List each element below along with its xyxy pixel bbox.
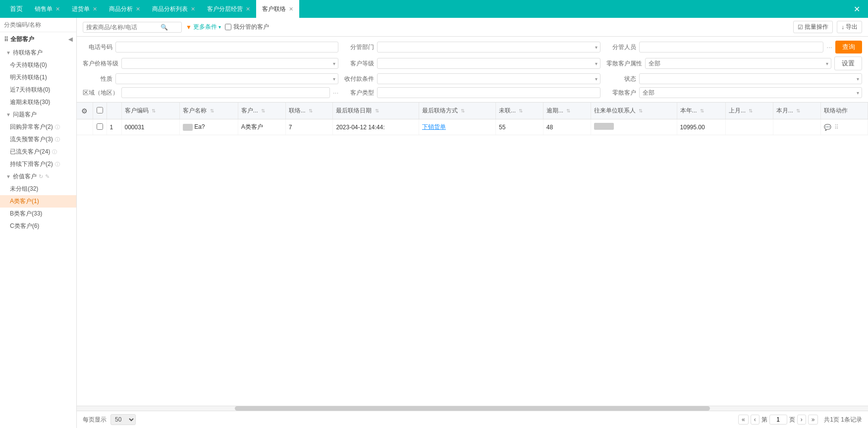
table-header-row: ⚙ 客户编码 ⇅ 客户名称 ⇅ bbox=[77, 103, 868, 119]
th-last-month[interactable]: 上月... ⇅ bbox=[726, 103, 773, 119]
page-size-label: 每页显示 bbox=[83, 416, 107, 424]
last-page-button[interactable]: » bbox=[808, 415, 818, 425]
filter-manager: 分管人员 ··· 查询 bbox=[606, 41, 862, 54]
th-unit-contact[interactable]: 往来单位联系人 ⇅ bbox=[591, 103, 677, 119]
sort-this-year[interactable]: ⇅ bbox=[700, 108, 704, 113]
collapse-icon[interactable]: ◀ bbox=[68, 36, 72, 43]
nav-tab-customer-tier[interactable]: 客户分层经营 ✕ bbox=[201, 0, 256, 18]
next-page-button[interactable]: › bbox=[797, 415, 806, 425]
dept-select[interactable] bbox=[377, 42, 600, 53]
batch-op-button[interactable]: ☑ 批量操作 bbox=[793, 21, 833, 33]
dept-select-wrapper: ▾ bbox=[377, 42, 600, 53]
sort-code[interactable]: ⇅ bbox=[152, 108, 156, 113]
my-customers-checkbox[interactable] bbox=[225, 24, 231, 30]
sidebar-group-pending[interactable]: ▼ 待联络客户 bbox=[0, 47, 76, 59]
nav-tab-sales[interactable]: 销售单 ✕ bbox=[29, 0, 66, 18]
action-more-icon[interactable]: ⠿ bbox=[834, 124, 839, 131]
th-overdue[interactable]: 逾期... ⇅ bbox=[543, 103, 591, 119]
th-this-year[interactable]: 本年... ⇅ bbox=[677, 103, 725, 119]
th-contact[interactable]: 联络... ⇅ bbox=[285, 103, 333, 119]
sidebar-item-a-class[interactable]: A类客户(1) bbox=[0, 195, 76, 208]
close-tier-tab[interactable]: ✕ bbox=[246, 6, 250, 12]
search-icon[interactable]: 🔍 bbox=[161, 24, 168, 31]
page-number-input[interactable] bbox=[769, 415, 787, 425]
th-code[interactable]: 客户编码 ⇅ bbox=[121, 103, 180, 119]
close-contact-tab[interactable]: ✕ bbox=[289, 6, 293, 12]
more-conditions-button[interactable]: ▼ 更多条件 ▾ bbox=[186, 23, 221, 31]
action-chat-icon[interactable]: 💬 bbox=[824, 124, 831, 131]
sort-unit-contact[interactable]: ⇅ bbox=[639, 108, 643, 113]
sidebar-group-problem[interactable]: ▼ 问题客户 bbox=[0, 108, 76, 121]
th-last-date[interactable]: 最后联络日期 ⇅ bbox=[333, 103, 419, 119]
sidebar-group-value[interactable]: ▼ 价值客户 ↻ ✎ bbox=[0, 170, 76, 183]
sidebar-item-churned[interactable]: 已流失客户(24) ⓘ bbox=[0, 146, 76, 158]
export-button[interactable]: ↓ 导出 bbox=[837, 21, 862, 33]
price-level-select[interactable] bbox=[121, 58, 338, 69]
sidebar-item-c-class[interactable]: C类客户(6) bbox=[0, 220, 76, 232]
close-purchase-tab[interactable]: ✕ bbox=[93, 6, 97, 12]
region-input[interactable] bbox=[121, 87, 330, 98]
sidebar-item-overdue[interactable]: 逾期未联络(30) bbox=[0, 96, 76, 108]
sidebar-item-repurchase-abnormal[interactable]: 回购异常客户(2) ⓘ bbox=[0, 121, 76, 133]
sidebar-search-input[interactable] bbox=[4, 21, 77, 28]
nature-select[interactable] bbox=[115, 73, 338, 84]
close-analysis-tab[interactable]: ✕ bbox=[136, 6, 140, 12]
region-dots[interactable]: ··· bbox=[333, 89, 339, 97]
th-this-month[interactable]: 本月... ⇅ bbox=[773, 103, 820, 119]
page-size-select[interactable]: 50 10 20 100 bbox=[110, 414, 136, 425]
sidebar-item-churn-warning[interactable]: 流失预警客户(3) ⓘ bbox=[0, 133, 76, 146]
nav-home[interactable]: 首页 bbox=[4, 4, 29, 13]
price-level-label: 客户价格等级 bbox=[83, 59, 118, 68]
window-close-button[interactable]: ✕ bbox=[850, 4, 864, 14]
th-type[interactable]: 客户... ⇅ bbox=[238, 103, 285, 119]
customer-level-select[interactable] bbox=[377, 58, 600, 69]
sort-this-month[interactable]: ⇅ bbox=[796, 108, 800, 113]
close-sales-tab[interactable]: ✕ bbox=[55, 6, 60, 12]
prev-page-button[interactable]: ‹ bbox=[751, 415, 760, 425]
sort-contact[interactable]: ⇅ bbox=[309, 108, 313, 113]
th-last-method[interactable]: 最后联络方式 ⇅ bbox=[419, 103, 495, 119]
setting-button[interactable]: 设置 bbox=[834, 56, 862, 70]
query-button[interactable]: 查询 bbox=[835, 41, 862, 54]
sort-last-method[interactable]: ⇅ bbox=[461, 108, 465, 113]
manager-dots[interactable]: ··· bbox=[826, 43, 832, 51]
sort-type[interactable]: ⇅ bbox=[261, 108, 265, 113]
nav-tab-purchase[interactable]: 进货单 ✕ bbox=[66, 0, 103, 18]
th-name[interactable]: 客户名称 ⇅ bbox=[180, 103, 238, 119]
payment-select[interactable] bbox=[377, 73, 600, 84]
close-analysis-list-tab[interactable]: ✕ bbox=[191, 6, 195, 12]
edit-icon[interactable]: ✎ bbox=[45, 173, 50, 180]
sidebar-item-tomorrow[interactable]: 明天待联络(1) bbox=[0, 71, 76, 84]
customer-type-input[interactable] bbox=[377, 87, 600, 98]
sidebar-item-no-group[interactable]: 未分组(32) bbox=[0, 183, 76, 195]
nav-tab-customer-contact[interactable]: 客户联络 ✕ bbox=[256, 0, 299, 18]
sort-name[interactable]: ⇅ bbox=[210, 108, 214, 113]
sidebar-item-declining[interactable]: 持续下滑客户(2) ⓘ bbox=[0, 158, 76, 170]
sort-overdue[interactable]: ⇅ bbox=[566, 108, 570, 113]
search-input[interactable] bbox=[86, 24, 161, 31]
last-method-link[interactable]: 下销货单 bbox=[422, 123, 446, 130]
table-settings-gear[interactable]: ⚙ bbox=[80, 107, 90, 115]
refresh-icon[interactable]: ↻ bbox=[39, 173, 43, 180]
my-customers-filter[interactable]: 我分管的客户 bbox=[225, 23, 269, 31]
nav-tab-analysis[interactable]: 商品分析 ✕ bbox=[103, 0, 146, 18]
sidebar-item-7days[interactable]: 近7天待联络(0) bbox=[0, 84, 76, 96]
retail-customer-select[interactable]: 全部 bbox=[639, 87, 862, 98]
row-last-month-cell bbox=[726, 119, 773, 135]
th-no-contact[interactable]: 未联... ⇅ bbox=[496, 103, 543, 119]
horizontal-scrollbar[interactable] bbox=[77, 406, 868, 411]
sidebar-item-today[interactable]: 今天待联络(0) bbox=[0, 59, 76, 71]
sort-last-date[interactable]: ⇅ bbox=[375, 108, 379, 113]
sort-no-contact[interactable]: ⇅ bbox=[519, 108, 523, 113]
select-all-checkbox[interactable] bbox=[97, 107, 103, 113]
sidebar-item-b-class[interactable]: B类客户(33) bbox=[0, 208, 76, 220]
first-page-button[interactable]: « bbox=[738, 415, 749, 425]
sort-last-month[interactable]: ⇅ bbox=[749, 108, 753, 113]
nav-tab-analysis-list[interactable]: 商品分析列表 ✕ bbox=[146, 0, 201, 18]
manager-input[interactable] bbox=[639, 42, 824, 53]
phone-input[interactable] bbox=[115, 42, 338, 53]
retail-attr-select[interactable]: 全部 bbox=[645, 58, 831, 69]
row-checkbox[interactable] bbox=[97, 123, 103, 130]
status-select[interactable] bbox=[639, 73, 862, 84]
all-customers-header[interactable]: ⠿ 全部客户 ◀ bbox=[0, 32, 76, 47]
